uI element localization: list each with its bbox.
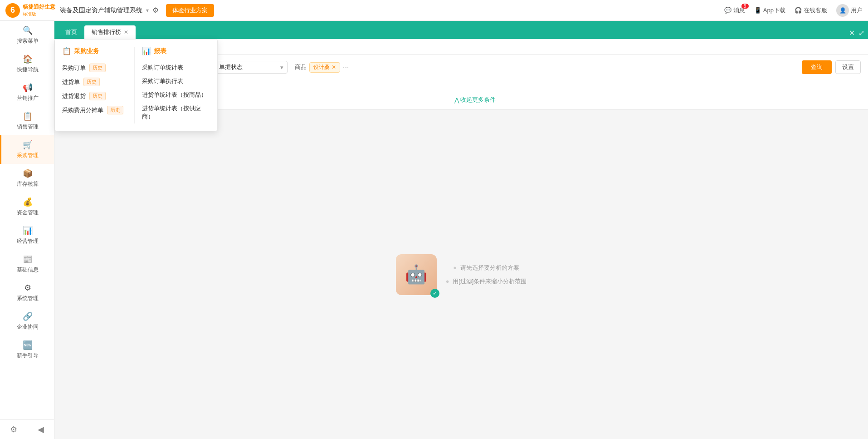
filter-right-1: 查询 设置 [802,60,861,74]
online-service-btn[interactable]: 🎧 在线客服 [795,6,827,15]
dropdown-item-order-stat[interactable]: 采购订单统计表 [142,61,210,74]
report-section-title: 📊 报表 [142,47,210,55]
sidebar-item-inventory[interactable]: 📦 库存核算 [0,164,54,192]
sidebar-item-operation[interactable]: 📊 经营管理 [0,221,54,250]
dropdown-item-purchase-return[interactable]: 进货退货 历史 [62,89,131,103]
sidebar-item-basic[interactable]: 📰 基础信息 [0,250,54,278]
tab-bar: 首页 销售排行榜 ✕ ✕ ⤢ [54,21,868,39]
doc-status-select[interactable]: 单据状态 ▾ [215,61,288,74]
content-area: 🤖 ✓ ● 请先选择要分析的方案 ● 用[过滤]条件来缩小分析范围 [54,110,868,439]
app-download-btn[interactable]: 📱 App下载 [754,6,785,15]
top-header: 6 畅捷通好生意 标准版 装备及固定资产辅助管理系统 ▾ ⚙ 体验行业方案 💬 … [0,0,868,21]
purchase-dropdown-menu: 📋 采购业务 采购订单 历史 进货单 历史 进货退货 历史 采购费用分摊单 历史… [54,39,218,131]
purchase-icon: 🛒 [23,140,33,150]
sidebar-item-quick[interactable]: 🏠 快捷导航 [0,49,54,78]
goods-more-btn[interactable]: ··· [343,63,349,71]
system-settings-icon[interactable]: ⚙ [152,6,159,15]
sidebar-item-sales[interactable]: 📋 销售管理 [0,107,54,135]
tab-expand-btn[interactable]: ⤢ [858,29,864,37]
collapse-btn[interactable]: ⋀ 收起更多条件 [454,96,496,104]
inventory-icon: 📦 [23,168,33,178]
sidebar-item-marketing[interactable]: 📢 营销推广 [0,78,54,107]
guide-icon: 🆕 [23,340,33,350]
history-tag-0: 历史 [89,64,106,72]
phone-icon: 📱 [754,7,761,14]
system-name: 装备及固定资产辅助管理系统 ▾ ⚙ 体验行业方案 [60,4,724,17]
dropdown-item-purchase-in[interactable]: 进货单 历史 [62,75,131,89]
headset-icon: 🎧 [795,7,802,14]
empty-check-icon: ✓ [430,289,439,298]
history-tag-1: 历史 [83,78,100,86]
tab-sales-rank[interactable]: 销售排行榜 ✕ [84,25,136,39]
operation-icon: 📊 [23,226,33,236]
sidebar-item-enterprise[interactable]: 🔗 企业协同 [0,307,54,335]
home-icon: 🏠 [23,54,33,64]
dropdown-item-purchase-order[interactable]: 采购订单 历史 [62,61,131,75]
goods-filter: 商品 设计桑 ✕ ··· [295,62,349,73]
empty-text: ● 请先选择要分析的方案 ● 用[过滤]条件来缩小分析范围 [446,262,527,286]
tab-bar-actions: ✕ ⤢ [849,29,864,39]
collapse-up-icon: ⋀ [454,97,459,104]
avatar: 👤 [836,4,849,17]
dropdown-item-in-stat-goods[interactable]: 进货单统计表（按商品） [142,88,210,102]
sidebar-item-search[interactable]: 🔍 搜索菜单 [0,21,54,49]
tab-close-all-btn[interactable]: ✕ [849,29,855,37]
empty-tip-1: ● 请先选择要分析的方案 [446,262,527,273]
empty-icon-container: 🤖 ✓ [396,254,437,295]
goods-tag: 设计桑 ✕ [309,62,340,73]
logo-icon: 6 [5,3,20,18]
tab-home[interactable]: 首页 [58,25,84,39]
purchase-section-icon: 📋 [62,47,71,55]
industry-btn[interactable]: 体验行业方案 [166,4,214,17]
system-icon: ⚙ [24,283,31,293]
empty-state: 🤖 ✓ ● 请先选择要分析的方案 ● 用[过滤]条件来缩小分析范围 [396,254,527,295]
settings-bottom-btn[interactable]: ⚙ [10,424,17,434]
collapse-sidebar-btn[interactable]: ◀ [38,424,44,434]
sidebar: 🔍 搜索菜单 🏠 快捷导航 📢 营销推广 📋 销售管理 🛒 采购管理 📦 库存核… [0,21,54,439]
empty-tip-2: ● 用[过滤]条件来缩小分析范围 [446,276,527,286]
messages-btn[interactable]: 💬 消息 9 [724,6,745,15]
enterprise-icon: 🔗 [23,311,33,321]
basic-icon: 📰 [23,254,33,264]
sidebar-item-finance[interactable]: 💰 资金管理 [0,192,54,221]
goods-tag-close[interactable]: ✕ [332,64,336,70]
tab-close-btn[interactable]: ✕ [124,29,128,35]
header-right: 💬 消息 9 📱 App下载 🎧 在线客服 👤 用户 [724,4,863,17]
sidebar-item-purchase[interactable]: 🛒 采购管理 [0,135,54,164]
user-btn[interactable]: 👤 用户 [836,4,863,17]
logo-text: 畅捷通好生意 标准版 [23,3,55,17]
search-icon: 🔍 [23,25,33,35]
purchase-section-title: 📋 采购业务 [62,47,131,55]
history-tag-2: 历史 [89,92,106,100]
dropdown-item-in-stat-supplier[interactable]: 进货单统计表（按供应商） [142,102,210,123]
sidebar-bottom: ⚙ ◀ [0,419,54,439]
dropdown-item-order-exec[interactable]: 采购订单执行表 [142,74,210,88]
system-dropdown-arrow[interactable]: ▾ [146,7,149,14]
doc-status-arrow: ▾ [280,64,283,71]
sales-icon: 📋 [23,111,33,121]
settings-btn[interactable]: 设置 [835,60,861,74]
sidebar-item-system[interactable]: ⚙ 系统管理 [0,278,54,307]
report-section: 📊 报表 采购订单统计表 采购订单执行表 进货单统计表（按商品） 进货单统计表（… [134,47,210,123]
sidebar-item-guide[interactable]: 🆕 新手引导 [0,335,54,364]
history-tag-3: 历史 [107,106,123,114]
purchase-section: 📋 采购业务 采购订单 历史 进货单 历史 进货退货 历史 采购费用分摊单 历史 [62,47,131,123]
empty-robot-icon: 🤖 [396,254,437,295]
query-btn[interactable]: 查询 [802,60,832,74]
marketing-icon: 📢 [23,83,33,93]
finance-icon: 💰 [23,197,33,207]
message-icon: 💬 [724,7,731,14]
logo-area: 6 畅捷通好生意 标准版 [5,3,60,18]
dropdown-item-purchase-cost[interactable]: 采购费用分摊单 历史 [62,103,131,117]
report-section-icon: 📊 [142,47,151,55]
